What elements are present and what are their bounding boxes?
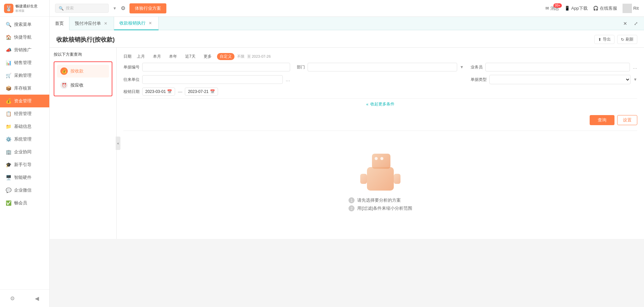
settings-bottom-btn[interactable]: ⚙ [7, 293, 18, 304]
filter-by-receivable[interactable]: ⏰ 按应收 [57, 79, 109, 92]
tab-advance[interactable]: 预付冲应付单 ✕ [69, 17, 114, 30]
date-this-month-btn[interactable]: 本月 [150, 53, 164, 60]
action-row: 查询 设置 [123, 115, 637, 125]
basics-icon: 📁 [5, 123, 11, 130]
department-dropdown-icon[interactable]: ▼ [460, 65, 464, 69]
robot-arm-right [394, 174, 400, 184]
marketing-label: 营销推广 [14, 47, 32, 53]
sidebar: 🐰 畅捷通好生意 标准版 🔍 搜索菜单 🏠 快捷导航 📣 营销推广 📊 销售管理… [0, 0, 50, 307]
weixin-icon: 💬 [5, 187, 11, 193]
date-range-end: 至 2023-07-26 [247, 54, 271, 59]
empty-hint-1: 1 请先选择要分析的方案 [348, 197, 412, 203]
refresh-icon: ↻ [621, 37, 624, 42]
unit-input[interactable] [142, 75, 283, 84]
tabbar-close-all-btn[interactable]: ✕ [621, 19, 629, 28]
tab-home[interactable]: 首页 [50, 17, 69, 30]
tab-receipt-offset-close-icon[interactable]: ✕ [148, 20, 153, 26]
export-btn[interactable]: ⬆ 导出 [594, 35, 614, 44]
tab-receipt-offset[interactable]: 收款核销执行 ✕ [114, 17, 159, 30]
user-name: Rit [633, 6, 639, 11]
tabbar-right: ✕ ⤢ [621, 19, 644, 28]
tab-advance-close-icon[interactable]: ✕ [103, 21, 108, 26]
main-area: 🔍 搜索 ▼ ⚙ 体验行业方案 ✉ 消息 99+ 📱 App下载 🎧 在线客服 … [50, 0, 644, 307]
collapse-left-panel-btn[interactable]: « [116, 137, 120, 150]
refresh-label: 刷新 [626, 37, 634, 42]
sidebar-item-enterprise[interactable]: 🏢 企业协同 [0, 146, 49, 158]
tabbar: 首页 预付冲应付单 ✕ 收款核销执行 ✕ ✕ ⤢ [50, 17, 644, 30]
topbar-search[interactable]: 🔍 搜索 [55, 4, 109, 13]
page-title: 收款核销执行(按收款) [56, 36, 115, 44]
date-last-month-btn[interactable]: 上月 [134, 53, 148, 60]
salesperson-input[interactable] [485, 63, 630, 71]
online-service-btn[interactable]: 🎧 在线客服 [593, 5, 617, 11]
headset-icon: 🎧 [593, 6, 598, 11]
refresh-btn[interactable]: ↻ 刷新 [617, 35, 637, 44]
sidebar-item-sales[interactable]: 📊 销售管理 [0, 56, 49, 69]
logo: 🐰 畅捷通好生意 标准版 [0, 0, 49, 17]
date-last-7days-btn[interactable]: 近7天 [182, 53, 198, 60]
tab-home-label: 首页 [55, 20, 64, 27]
topbar-actions: ✉ 消息 99+ 📱 App下载 🎧 在线客服 Rit [545, 4, 639, 13]
enterprise-icon: 🏢 [5, 149, 11, 155]
writeoff-end-value: 2023-07-21 [188, 89, 208, 94]
writeoff-date-end-input[interactable]: 2023-07-21 📅 [185, 88, 218, 96]
sidebar-item-inventory[interactable]: 📦 库存核算 [0, 82, 49, 95]
doc-type-select[interactable] [489, 75, 631, 84]
collapse-more-btn[interactable]: « 收起更多条件 [123, 98, 637, 110]
sidebar-item-shortcut[interactable]: 🏠 快捷导航 [0, 31, 49, 44]
search-icon: 🔍 [59, 6, 64, 11]
robot-eye-right [380, 157, 383, 160]
search-placeholder: 搜索 [66, 5, 74, 11]
doc-no-input[interactable] [142, 63, 290, 71]
tabbar-expand-btn[interactable]: ⤢ [632, 19, 640, 28]
doc-type-row: 单据类型 ▼ [471, 75, 637, 84]
guide-label: 新手引导 [14, 162, 32, 168]
sidebar-item-search[interactable]: 🔍 搜索菜单 [0, 18, 49, 31]
system-icon: ⚙️ [5, 136, 11, 142]
finance-label: 资金管理 [14, 98, 32, 104]
settings-button[interactable]: 设置 [617, 115, 637, 125]
sales-icon: 📊 [5, 60, 11, 66]
date-this-year-btn[interactable]: 本年 [166, 53, 180, 60]
sidebar-item-finance[interactable]: 💰 资金管理 [0, 95, 49, 107]
user-avatar[interactable]: Rit [623, 4, 639, 13]
writeoff-date-label: 核销日期 [123, 89, 140, 95]
filter-grid-2: 往来单位 … 单据类型 ▼ [123, 75, 637, 84]
sidebar-item-basics[interactable]: 📁 基础信息 [0, 120, 49, 133]
logo-name: 畅捷通好生意 [15, 4, 38, 8]
message-btn[interactable]: ✉ 消息 99+ [545, 5, 559, 11]
app-download-btn[interactable]: 📱 App下载 [565, 5, 588, 11]
sidebar-item-purchase[interactable]: 🛒 采购管理 [0, 69, 49, 82]
filter-by-receipt[interactable]: 💰 按收款 [57, 65, 109, 78]
collapse-sidebar-btn[interactable]: ◀ [32, 293, 42, 304]
left-panel-title: 按以下方案查询 [54, 52, 112, 57]
query-button[interactable]: 查询 [590, 115, 614, 125]
date-filter-row: 日期 上月 本月 本年 近7天 更多 自定义 不限 至 2023-07-26 [123, 53, 637, 60]
hint-text-1: 请先选择要分析的方案 [357, 197, 401, 203]
filter-option-box: 💰 按收款 ⏰ 按应收 [54, 61, 112, 96]
date-more-btn[interactable]: 更多 [201, 53, 214, 60]
sidebar-item-marketing[interactable]: 📣 营销推广 [0, 44, 49, 56]
salesperson-dots-icon[interactable]: … [633, 64, 637, 70]
sidebar-item-hardware[interactable]: 🖥️ 智能硬件 [0, 171, 49, 184]
robot-arm-left [360, 174, 367, 184]
sidebar-item-weixin[interactable]: 💬 企业微信 [0, 184, 49, 197]
sales-label: 销售管理 [14, 60, 32, 66]
sidebar-item-operations[interactable]: 📋 经营管理 [0, 107, 49, 120]
doc-type-dropdown-icon[interactable]: ▼ [633, 77, 637, 82]
logo-text-wrap: 畅捷通好生意 标准版 [13, 4, 38, 13]
marketing-icon: 📣 [5, 47, 11, 53]
member-label: 畅会员 [14, 200, 27, 206]
sidebar-item-guide[interactable]: 🎓 新手引导 [0, 158, 49, 171]
unit-dots-icon[interactable]: … [285, 77, 290, 82]
robot-eye-left [375, 157, 378, 160]
inventory-label: 库存核算 [14, 85, 32, 91]
writeoff-date-start-input[interactable]: 2023-03-01 📅 [142, 88, 175, 96]
date-custom-btn[interactable]: 自定义 [217, 53, 234, 60]
sidebar-item-member[interactable]: ✅ 畅会员 [0, 197, 49, 209]
solution-button[interactable]: 体验行业方案 [129, 3, 166, 13]
department-input[interactable] [308, 63, 457, 71]
online-service-label: 在线客服 [600, 5, 617, 11]
gear-icon[interactable]: ⚙ [121, 5, 125, 11]
sidebar-item-system[interactable]: ⚙️ 系统管理 [0, 133, 49, 146]
